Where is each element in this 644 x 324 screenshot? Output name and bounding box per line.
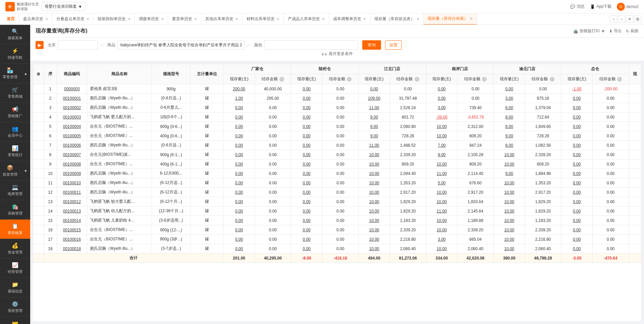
cell-n-qty[interactable]: 10.00 <box>426 159 457 169</box>
cell-l-qty[interactable]: 0.00 <box>291 235 322 244</box>
sidebar-item-retail-stat[interactable]: 📊 零售统计 <box>0 142 30 161</box>
cell-t-qty[interactable]: 0.00 <box>561 235 592 244</box>
cell-j-qty[interactable]: 9.00 <box>359 112 390 122</box>
cell-code[interactable]: 00100011 <box>57 188 87 197</box>
cell-y-qty[interactable]: 9.00 <box>494 131 525 141</box>
sidebar-item-search[interactable]: 🔍 搜索英单 <box>0 25 30 44</box>
cell-j-qty[interactable]: 9.00 <box>359 122 390 131</box>
close-icon[interactable]: ✕ <box>363 17 366 21</box>
cell-j-qty[interactable]: 10.00 <box>359 216 390 225</box>
cell-code[interactable]: 00100009 <box>57 169 87 178</box>
sidebar-item-retail-mgmt[interactable]: 🏪 零售管理 ▲ <box>0 64 30 83</box>
cell-j-qty[interactable]: 10.00 <box>359 150 390 159</box>
cell-n-qty[interactable]: -39.00 <box>426 112 457 122</box>
setting-btn[interactable]: 设置 <box>385 40 402 50</box>
cell-f-qty[interactable]: 0.00 <box>223 197 255 206</box>
cell-t-qty[interactable]: 0.00 <box>561 103 592 112</box>
cell-f-qty[interactable]: 0.00 <box>223 112 255 122</box>
query-btn[interactable]: 查询 <box>362 40 381 50</box>
cell-l-qty[interactable]: 0.00 <box>291 169 322 178</box>
cell-t-qty[interactable]: 0.00 <box>561 216 592 225</box>
cell-f-qty[interactable]: 0.00 <box>223 150 255 159</box>
sidebar-item-ecommerce[interactable]: 💻 电商管理 <box>0 181 30 200</box>
cell-l-qty[interactable]: 0.00 <box>291 112 322 122</box>
cell-j-qty[interactable]: 10.00 <box>359 188 390 197</box>
cell-code[interactable]: 00100001 <box>57 94 87 103</box>
cell-code[interactable]: 00100016 <box>57 235 87 244</box>
cell-y-qty[interactable]: 8.00 <box>494 122 525 131</box>
close-icon[interactable]: ✕ <box>470 17 473 20</box>
cell-f-qty[interactable]: 0.00 <box>223 178 255 188</box>
cell-j-qty[interactable]: 10.00 <box>359 206 390 216</box>
tab-goods-demand[interactable]: 要货单历史 ✕ <box>168 13 201 25</box>
cell-n-qty[interactable]: 3.00 <box>426 235 457 244</box>
cell-y-qty[interactable]: 0.00 <box>494 84 525 94</box>
cell-n-qty[interactable]: 10.00 <box>426 216 457 225</box>
cell-j-qty[interactable]: 11.00 <box>359 141 390 150</box>
cell-n-qty[interactable]: 10.00 <box>426 244 457 253</box>
cell-n-qty[interactable]: 10.00 <box>426 131 457 141</box>
close-icon[interactable]: ✕ <box>235 17 238 21</box>
cell-l-qty[interactable]: 0.00 <box>291 159 322 169</box>
print-btn[interactable]: 🖨️ 按模版打印 ▼ <box>573 28 605 34</box>
cell-f-qty[interactable]: 0.00 <box>223 159 255 169</box>
cell-y-qty[interactable]: 8.00 <box>494 112 525 122</box>
cell-j-qty[interactable]: 10.00 <box>359 235 390 244</box>
tab-expand-btn[interactable]: ⊞ <box>634 15 641 23</box>
cell-y-qty[interactable]: 10.00 <box>494 206 525 216</box>
cell-code[interactable]: 00100007 <box>57 150 87 159</box>
cell-n-qty[interactable]: 0.00 <box>426 84 457 94</box>
cell-n-qty[interactable]: 10.00 <box>426 197 457 206</box>
cell-n-qty[interactable]: 9.00 <box>426 150 457 159</box>
cell-t-qty[interactable]: 0.00 <box>561 94 592 103</box>
close-icon[interactable]: ✕ <box>161 17 164 21</box>
sidebar-item-corp[interactable]: 🤝 企业协同 <box>0 317 30 324</box>
cell-y-qty[interactable]: 10.00 <box>494 150 525 159</box>
cell-f-qty[interactable]: 0.00 <box>223 122 255 131</box>
cell-t-qty[interactable]: 0.00 <box>561 112 592 122</box>
goods-more-btn[interactable]: ··· <box>247 43 250 47</box>
info-icon[interactable]: i <box>550 77 554 82</box>
tab-close-btn[interactable]: ✕ <box>626 15 633 23</box>
info-icon[interactable]: i <box>415 77 419 82</box>
message-btn[interactable]: 💬 消息 <box>570 4 585 9</box>
export-btn[interactable]: ⬇ 导出 <box>609 28 622 34</box>
refresh-btn[interactable]: ↻ 刷新 <box>626 28 639 34</box>
cell-code[interactable]: 00100013 <box>57 206 87 216</box>
tab-transfer[interactable]: 调拨单历史 ✕ <box>135 13 168 25</box>
cell-n-qty[interactable]: 11.00 <box>426 169 457 178</box>
cell-n-qty[interactable]: 3.00 <box>426 103 457 112</box>
cell-t-qty[interactable]: 0.00 <box>561 122 592 131</box>
app-download-btn[interactable]: 📱 App下载 <box>590 4 611 9</box>
cell-code[interactable]: 00100002 <box>57 103 87 112</box>
cell-l-qty[interactable]: 0.00 <box>291 122 322 131</box>
cell-t-qty[interactable]: 0.00 <box>561 141 592 150</box>
tab-stock-dist[interactable]: 现存量（库存分布表）✕ <box>424 13 477 25</box>
cell-l-qty[interactable]: 0.00 <box>291 216 322 225</box>
cell-f-qty[interactable]: 1.00 <box>223 94 255 103</box>
tab-branch-inventory[interactable]: 分量盘点单历史 ✕ <box>52 13 94 25</box>
cell-l-qty[interactable]: 0.00 <box>291 197 322 206</box>
tab-cost-adjust[interactable]: 成本调整单历史 ✕ <box>329 13 370 25</box>
cell-code[interactable]: 00100005 <box>57 131 87 141</box>
filter-expand-btn[interactable]: ▶ <box>36 41 44 49</box>
close-icon[interactable]: ✕ <box>417 17 419 21</box>
cell-y-qty[interactable]: 8.00 <box>494 141 525 150</box>
cell-y-qty[interactable]: 10.00 <box>494 197 525 206</box>
cell-t-qty[interactable]: 0.00 <box>561 244 592 253</box>
sidebar-item-system[interactable]: ⚙️ 系统管理 <box>0 297 30 317</box>
cell-l-qty[interactable]: 0.00 <box>291 150 322 159</box>
cell-l-qty[interactable]: 0.00 <box>291 131 322 141</box>
sidebar-item-wholesale[interactable]: 📦 批发管理 ▼ <box>0 161 30 181</box>
cell-j-qty[interactable]: 10.00 <box>359 197 390 206</box>
info-icon[interactable]: i <box>482 77 487 82</box>
cell-n-qty[interactable]: 0.00 <box>426 94 457 103</box>
cell-y-qty[interactable]: 10.00 <box>494 225 525 235</box>
cell-f-qty[interactable]: 0.00 <box>223 244 255 253</box>
cell-n-qty[interactable]: 7.00 <box>426 141 457 150</box>
cell-j-qty[interactable]: 10.00 <box>359 169 390 178</box>
sidebar-item-operation[interactable]: 📈 经营管理 <box>0 259 30 278</box>
warehouse-more-btn[interactable]: ··· <box>100 43 103 47</box>
close-icon[interactable]: ✕ <box>194 17 197 21</box>
cell-l-qty[interactable]: 0.00 <box>291 188 322 197</box>
